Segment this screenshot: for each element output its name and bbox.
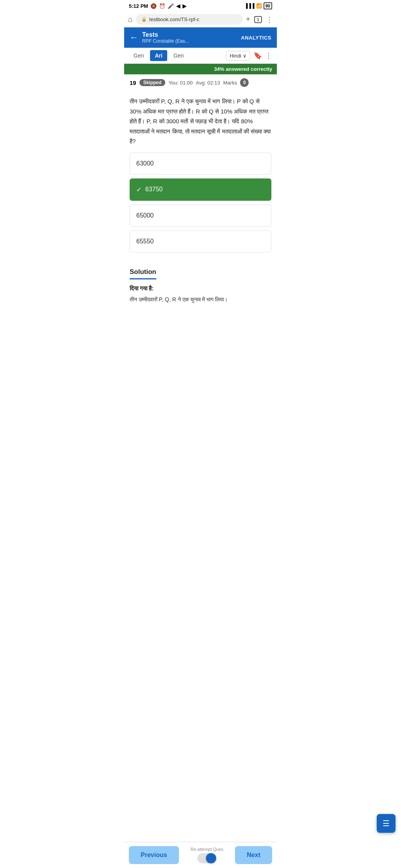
status-right: ▐▐▐ 📶 90 bbox=[244, 2, 272, 9]
tab-ari[interactable]: Ari bbox=[150, 50, 167, 61]
nav-icon: ◀ bbox=[176, 3, 180, 9]
language-label: Hindi bbox=[229, 53, 241, 59]
home-icon[interactable]: ⌂ bbox=[128, 15, 133, 24]
toggle-thumb bbox=[206, 853, 216, 863]
url-text: testbook.com/TS-rpf-c bbox=[149, 16, 199, 22]
question-text: तीन उम्मीदवारों P, Q, R ने एक चुनाव में … bbox=[124, 91, 277, 150]
chevron-down-icon: ∨ bbox=[243, 53, 247, 59]
add-tab-icon[interactable]: + bbox=[246, 15, 250, 23]
marks-label: Marks bbox=[223, 80, 237, 86]
marks-value: 0 bbox=[240, 78, 249, 87]
browser-actions: + 1 ⋮ bbox=[246, 15, 273, 24]
option-1[interactable]: 63000 bbox=[130, 153, 271, 175]
you-time: You: 01:00 bbox=[168, 80, 193, 86]
tab-count[interactable]: 1 bbox=[254, 16, 262, 23]
alarm-icon: ⏰ bbox=[159, 3, 165, 9]
option-4-value: 65550 bbox=[136, 238, 154, 245]
option-2-value: 63750 bbox=[145, 186, 163, 193]
solution-section: Solution दिया गया है: तीन उम्मीदवारों P,… bbox=[124, 263, 277, 304]
browser-bar: ⌂ 🔒 testbook.com/TS-rpf-c + 1 ⋮ bbox=[124, 12, 277, 27]
previous-button[interactable]: Previous bbox=[129, 846, 179, 864]
top-nav: ← Tests RPF Constable (Eas... ANALYTICS bbox=[124, 27, 277, 48]
option-4[interactable]: 65550 bbox=[130, 231, 271, 252]
bookmark-icon[interactable]: 🔖 bbox=[253, 51, 262, 60]
solution-title: Solution bbox=[130, 268, 156, 279]
nav-subtitle: RPF Constable (Eas... bbox=[142, 38, 189, 44]
skipped-badge: Skipped bbox=[139, 79, 166, 86]
back-button[interactable]: ← bbox=[130, 32, 138, 43]
answer-correctly-text: 34% answered correctly bbox=[214, 66, 272, 72]
lock-icon: 🔒 bbox=[141, 17, 147, 22]
solution-text: तीन उम्मीदवारों P, Q, R ने एक चुनाव में … bbox=[130, 295, 271, 304]
nav-title-group: Tests RPF Constable (Eas... bbox=[142, 31, 189, 44]
nav-left: ← Tests RPF Constable (Eas... bbox=[130, 31, 189, 44]
signal-icon: ▐▐▐ bbox=[244, 3, 255, 9]
check-icon: ✓ bbox=[136, 186, 141, 193]
question-header: 19 Skipped You: 01:00 Avg: 02:13 Marks 0 bbox=[124, 74, 277, 91]
question-number: 19 bbox=[130, 79, 136, 86]
option-1-value: 63000 bbox=[136, 160, 154, 167]
bottom-nav: Previous Re-attempt Ques Next bbox=[124, 842, 277, 868]
reattempt-container: Re-attempt Ques bbox=[191, 847, 224, 863]
battery-indicator: 90 bbox=[264, 2, 272, 9]
mute-icon: 🔕 bbox=[150, 3, 157, 9]
status-left: 5:12 PM 🔕 ⏰ 🎤 ◀ ▶ bbox=[129, 3, 186, 9]
reattempt-label: Re-attempt Ques bbox=[191, 847, 224, 852]
toggle-track[interactable] bbox=[197, 853, 216, 863]
tab-gen-2[interactable]: Gen bbox=[169, 49, 188, 63]
tab-gen-1[interactable]: Gen bbox=[129, 49, 148, 63]
more-options-tab-icon[interactable]: ⋮ bbox=[265, 51, 272, 60]
more-options-icon[interactable]: ⋮ bbox=[266, 15, 273, 24]
option-3-value: 65000 bbox=[136, 212, 154, 219]
reattempt-toggle[interactable] bbox=[197, 853, 216, 863]
video-icon: ▶ bbox=[182, 3, 186, 9]
status-bar: 5:12 PM 🔕 ⏰ 🎤 ◀ ▶ ▐▐▐ 📶 90 bbox=[124, 0, 277, 12]
avg-time: Avg: 02:13 bbox=[196, 80, 220, 86]
nav-title: Tests bbox=[142, 31, 189, 38]
solution-given-label: दिया गया है: bbox=[130, 285, 271, 292]
answer-banner: 34% answered correctly bbox=[124, 64, 277, 74]
status-time: 5:12 PM bbox=[129, 3, 148, 9]
language-selector[interactable]: Hindi ∨ bbox=[226, 51, 250, 61]
mic-icon: 🎤 bbox=[168, 3, 174, 9]
url-bar[interactable]: 🔒 testbook.com/TS-rpf-c bbox=[136, 14, 243, 25]
option-2[interactable]: ✓ 63750 bbox=[130, 178, 271, 201]
option-3[interactable]: 65000 bbox=[130, 205, 271, 227]
analytics-button[interactable]: ANALYTICS bbox=[241, 35, 271, 41]
next-button[interactable]: Next bbox=[235, 846, 272, 864]
tab-right-controls: Hindi ∨ 🔖 ⋮ bbox=[226, 51, 272, 61]
options-container: 63000 ✓ 63750 65000 65550 bbox=[124, 150, 277, 259]
wifi-icon: 📶 bbox=[256, 3, 262, 9]
tab-row: Gen Ari Gen Hindi ∨ 🔖 ⋮ bbox=[124, 48, 277, 64]
